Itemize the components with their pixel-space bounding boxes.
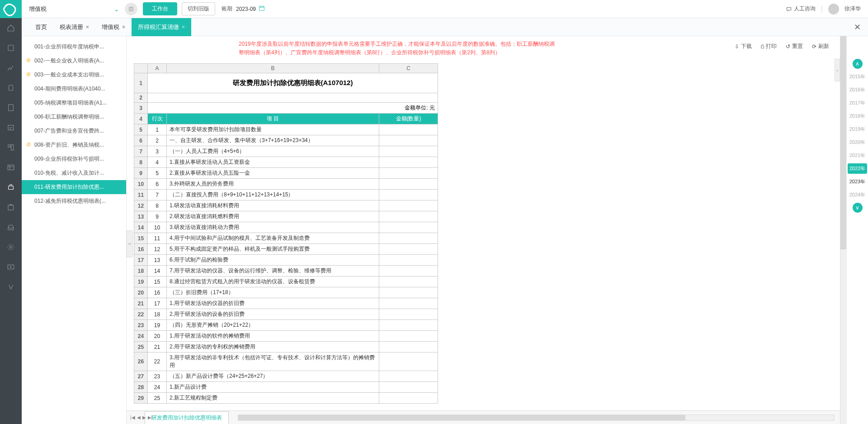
consult-link[interactable]: 人工咨询 (786, 5, 816, 13)
item-cell[interactable]: 6.用于试制产品的检验费 (167, 255, 379, 266)
refresh-button[interactable]: ⟳刷新 (812, 43, 829, 50)
row-number-cell[interactable]: 17 (148, 298, 167, 309)
row-number-cell[interactable]: 9 (148, 211, 167, 222)
sheet-title[interactable]: 研发费用加计扣除优惠明细表(A107012) (148, 73, 438, 93)
col-header-a[interactable]: A (148, 64, 167, 73)
amount-cell[interactable] (379, 124, 438, 135)
item-cell[interactable]: 4.用于中间试验和产品试制的模具、工艺装备开发及制造费 (167, 233, 379, 244)
row-header[interactable]: 5 (134, 124, 148, 135)
row-number-cell[interactable]: 5 (148, 168, 167, 179)
tab-3[interactable]: 所得税汇算清缴× (132, 18, 191, 36)
row-header[interactable]: 22 (134, 309, 148, 320)
row-number-cell[interactable]: 16 (148, 287, 167, 298)
nav-video-icon[interactable] (0, 257, 22, 277)
round-toggle-button[interactable] (125, 3, 137, 15)
item-cell[interactable]: 2.直接从事研发活动人员五险一金 (167, 168, 379, 179)
year-item[interactable]: 2019年 (848, 124, 867, 134)
form-list-item[interactable]: ⊘002-一般企业收入明细表(A... (22, 54, 126, 68)
row-header[interactable]: 17 (134, 255, 148, 266)
row-number-cell[interactable]: 7 (148, 190, 167, 200)
row-number-cell[interactable]: 23 (148, 371, 167, 382)
amount-cell[interactable] (379, 157, 438, 168)
module-dropdown[interactable]: 增值税 ⌄ (29, 5, 119, 13)
nav-archive-icon[interactable] (0, 197, 22, 217)
form-list-item[interactable]: 004-期间费用明细表(A1040... (22, 82, 126, 96)
tab-1[interactable]: 税表清册× (53, 18, 95, 36)
item-cell[interactable]: （二）直接投入费用（8+9+10+11+12+13+14+15） (167, 190, 379, 200)
year-item[interactable]: 2021年 (848, 150, 867, 161)
row-header[interactable]: 18 (134, 266, 148, 276)
row-number-cell[interactable]: 3 (148, 146, 167, 157)
item-cell[interactable]: 1.研发活动直接消耗材料费用 (167, 200, 379, 211)
amount-cell[interactable] (379, 320, 438, 331)
tab-close-icon[interactable]: × (182, 24, 185, 30)
form-list-item[interactable]: 007-广告费和业务宣传费跨... (22, 124, 126, 138)
item-cell[interactable]: （一）人员人工费用（4+5+6） (167, 146, 379, 157)
amount-cell[interactable] (379, 298, 438, 309)
sheet-nav-prev-icon[interactable]: ◀ (137, 415, 141, 420)
row-header[interactable]: 27 (134, 371, 148, 382)
nav-settings-icon[interactable] (0, 237, 22, 257)
amount-cell[interactable] (379, 353, 438, 371)
row-number-cell[interactable]: 19 (148, 320, 167, 331)
sheet-tab[interactable]: 研发费用加计扣除优惠明细表 (145, 411, 229, 424)
col-header-c[interactable]: C (379, 64, 438, 73)
amount-cell[interactable] (379, 135, 438, 146)
row-header[interactable]: 13 (134, 211, 148, 222)
amount-cell[interactable] (379, 233, 438, 244)
amount-cell[interactable] (379, 146, 438, 157)
row-header[interactable]: 28 (134, 382, 148, 393)
nav-doc-icon[interactable] (0, 98, 22, 118)
row-number-cell[interactable]: 21 (148, 342, 167, 353)
nav-report-icon[interactable] (0, 118, 22, 138)
item-cell[interactable]: 本年可享受研发费用加计扣除项目数量 (167, 124, 379, 135)
horizontal-scrollbar[interactable] (238, 414, 835, 421)
row-header[interactable]: 15 (134, 233, 148, 244)
header-item[interactable]: 项 目 (167, 114, 379, 124)
item-cell[interactable]: 3.用于研发活动的非专利技术（包括许可证、专有技术、设计和计算方法等）的摊销费用 (167, 353, 379, 371)
reset-button[interactable]: ↺重置 (786, 43, 803, 50)
item-cell[interactable]: 3.外聘研发人员的劳务费用 (167, 179, 379, 190)
form-list-item[interactable]: 006-职工薪酬纳税调整明细... (22, 110, 126, 124)
form-list-item[interactable]: ⊘003-一般企业成本支出明细... (22, 68, 126, 82)
amount-cell[interactable] (379, 266, 438, 276)
form-list-item[interactable]: 009-企业所得税弥补亏损明... (22, 152, 126, 166)
year-item[interactable]: 2018年 (848, 111, 867, 121)
row-header[interactable]: 7 (134, 146, 148, 157)
row-number-cell[interactable]: 15 (148, 276, 167, 287)
row-number-cell[interactable]: 25 (148, 393, 167, 404)
year-item[interactable]: 2020年 (848, 137, 867, 148)
amount-cell[interactable] (379, 200, 438, 211)
row-number-cell[interactable]: 24 (148, 382, 167, 393)
row-number-cell[interactable]: 8 (148, 200, 167, 211)
user-avatar[interactable] (828, 4, 839, 14)
nav-v-icon[interactable] (0, 277, 22, 297)
amount-cell[interactable] (379, 190, 438, 200)
workbench-button[interactable]: 工作台 (143, 2, 177, 15)
print-button[interactable]: ⎙打印 (761, 43, 777, 50)
nav-tax-icon[interactable] (0, 177, 22, 197)
amount-cell[interactable] (379, 179, 438, 190)
year-item[interactable]: 2022年 (848, 163, 867, 174)
amount-cell[interactable] (379, 168, 438, 179)
item-cell[interactable]: 2.新工艺规程制定费 (167, 393, 379, 404)
amount-cell[interactable] (379, 331, 438, 342)
item-cell[interactable]: 2.用于研发活动的设备的折旧费 (167, 309, 379, 320)
row-header[interactable]: 23 (134, 320, 148, 331)
amount-cell[interactable] (379, 276, 438, 287)
tab-0[interactable]: 首页 (29, 18, 53, 36)
nav-template-icon[interactable] (0, 138, 22, 157)
sheet-nav-next-icon[interactable]: ▶ (142, 415, 146, 420)
amount-cell[interactable] (379, 382, 438, 393)
row-number-cell[interactable]: 6 (148, 179, 167, 190)
row-header[interactable]: 8 (134, 157, 148, 168)
form-list-item[interactable]: 005-纳税调整项目明细表(A1... (22, 96, 126, 110)
col-header-b[interactable]: B (167, 64, 379, 73)
nav-table-icon[interactable] (0, 157, 22, 177)
item-cell[interactable]: （四）无形资产摊销（20+21+22） (167, 320, 379, 331)
year-item[interactable]: 2023年 (848, 176, 867, 187)
amount-cell[interactable] (379, 371, 438, 382)
row-header[interactable]: 24 (134, 331, 148, 342)
row-header[interactable]: 6 (134, 135, 148, 146)
tab-close-icon[interactable]: × (122, 24, 125, 30)
